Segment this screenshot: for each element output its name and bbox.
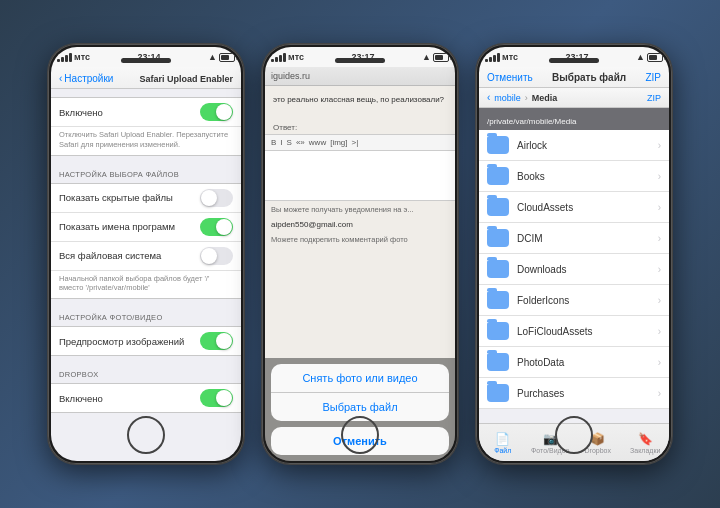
dropbox-enabled-row[interactable]: Включено: [51, 384, 241, 412]
carrier-text: мтс: [74, 52, 90, 62]
section-photo-header: НАСТРОЙКА ФОТО/ВИДЕО: [51, 305, 241, 326]
breadcrumb-bar: ‹ mobile › Media ZIP: [479, 88, 669, 108]
reply-text-area[interactable]: [265, 151, 455, 201]
nav-bar-1: ‹ Настройки Safari Upload Enabler: [51, 67, 241, 89]
list-item[interactable]: Books ›: [479, 161, 669, 192]
bold-btn[interactable]: B: [271, 138, 276, 147]
file-name-books: Books: [517, 171, 658, 182]
list-item[interactable]: FolderIcons ›: [479, 285, 669, 316]
folder-icon: [487, 198, 509, 216]
folder-icon: [487, 384, 509, 402]
dropbox-toggle[interactable]: [200, 389, 233, 407]
action-options-group: Снять фото или видео Выбрать файл: [271, 364, 449, 421]
settings-screen: Включено Отключить Safari Upload Enabler…: [51, 89, 241, 461]
show-hidden-row[interactable]: Показать скрытые файлы: [51, 184, 241, 213]
show-app-names-label: Показать имена программ: [59, 221, 175, 232]
list-item[interactable]: Downloads ›: [479, 254, 669, 285]
battery-icon: [219, 53, 235, 62]
signal-icon: [57, 53, 72, 62]
time-text: 23:14: [138, 52, 161, 62]
path-bar: /private/var/mobile/Media: [479, 108, 669, 130]
enabled-row[interactable]: Включено: [51, 98, 241, 127]
action-sheet: Снять фото или видео Выбрать файл Отмени…: [265, 358, 455, 461]
folder-icon: [487, 322, 509, 340]
take-photo-button[interactable]: Снять фото или видео: [271, 364, 449, 393]
status-bar-2: мтс 23:17 ▲: [265, 47, 455, 67]
breadcrumb-media: Media: [532, 93, 558, 103]
folder-icon: [487, 260, 509, 278]
file-name-cloudassets: CloudAssets: [517, 202, 658, 213]
list-item[interactable]: Airlock ›: [479, 130, 669, 161]
strike-btn[interactable]: S: [287, 138, 292, 147]
list-item[interactable]: CloudAssets ›: [479, 192, 669, 223]
bottom-tab-bar: 📄 Файл 📷 Фото/Видео 📦 Dropbox 🔖 Закладки: [479, 423, 669, 461]
list-item[interactable]: Purchases ›: [479, 378, 669, 409]
tab-files[interactable]: 📄 Файл: [479, 432, 527, 454]
dropbox-tab-label: Dropbox: [585, 447, 611, 454]
cancel-button[interactable]: Отменить: [271, 427, 449, 455]
nav-bar-2: iguides.ru: [265, 67, 455, 86]
picker-title: Выбрать файл: [552, 72, 626, 83]
file-name-loficloud: LoFiCloudAssets: [517, 326, 658, 337]
tab-bookmarks[interactable]: 🔖 Закладки: [622, 432, 670, 454]
list-item[interactable]: LoFiCloudAssets ›: [479, 316, 669, 347]
choose-file-button[interactable]: Выбрать файл: [271, 393, 449, 421]
folder-icon: [487, 353, 509, 371]
show-hidden-toggle[interactable]: [200, 189, 233, 207]
back-button[interactable]: ‹ Настройки: [59, 73, 113, 84]
list-item[interactable]: PhotoData ›: [479, 347, 669, 378]
bookmarks-tab-icon: 🔖: [638, 432, 653, 446]
chevron-right-icon: ›: [658, 140, 661, 151]
preview-label: Предпросмотр изображений: [59, 336, 184, 347]
align-btn[interactable]: >|: [352, 138, 359, 147]
wifi-icon-3: ▲: [636, 52, 645, 62]
chevron-right-icon: ›: [658, 171, 661, 182]
quote-btn[interactable]: «»: [296, 138, 305, 147]
fs-desc: Начальной папкой выбора файлов будет '/'…: [51, 271, 241, 299]
file-name-dcim: DCIM: [517, 233, 658, 244]
forum-toolbar: B I S «» www [img] >|: [265, 134, 455, 151]
files-tab-icon: 📄: [495, 432, 510, 446]
carrier-text-2: мтс: [288, 52, 304, 62]
breadcrumb-mobile[interactable]: mobile: [494, 93, 521, 103]
folder-icon: [487, 229, 509, 247]
list-item[interactable]: DCIM ›: [479, 223, 669, 254]
img-btn[interactable]: [img]: [330, 138, 347, 147]
carrier-text-3: мтс: [502, 52, 518, 62]
wifi-icon-2: ▲: [422, 52, 431, 62]
link-btn[interactable]: www: [309, 138, 326, 147]
preview-toggle[interactable]: [200, 332, 233, 350]
full-fs-row[interactable]: Вся файловая система: [51, 242, 241, 271]
files-tab-label: Файл: [494, 447, 511, 454]
phone-3: мтс 23:17 ▲ Отменить Выбрать файл ZIP ‹ …: [476, 44, 672, 464]
file-name-purchases: Purchases: [517, 388, 658, 399]
folder-icon: [487, 167, 509, 185]
section-dropbox-header: DROPBOX: [51, 362, 241, 383]
preview-row[interactable]: Предпросмотр изображений: [51, 327, 241, 355]
cancel-nav-button[interactable]: Отменить: [487, 72, 533, 83]
nav-title: Safari Upload Enabler: [113, 74, 233, 84]
photo-hint: Можете подкрепить комментарий фото: [265, 231, 455, 248]
email-display: aipden550@gmail.com: [265, 218, 455, 231]
dropbox-tab-icon: 📦: [590, 432, 605, 446]
italic-btn[interactable]: I: [280, 138, 282, 147]
nav-bar-3: Отменить Выбрать файл ZIP: [479, 67, 669, 88]
chevron-right-icon: ›: [658, 264, 661, 275]
show-app-names-toggle[interactable]: [200, 218, 233, 236]
url-text: iguides.ru: [271, 71, 310, 81]
reply-label: Ответ:: [265, 119, 455, 134]
section-file-header: НАСТРОЙКА ВЫБОРА ФАЙЛОВ: [51, 162, 241, 183]
time-text-2: 23:17: [352, 52, 375, 62]
photos-tab-icon: 📷: [543, 432, 558, 446]
zip-btn-inline[interactable]: ZIP: [647, 93, 661, 103]
show-hidden-label: Показать скрытые файлы: [59, 192, 173, 203]
enabled-toggle[interactable]: [200, 103, 233, 121]
file-name-airlock: Airlock: [517, 140, 658, 151]
file-list: Airlock › Books › CloudAssets › DCIM ›: [479, 130, 669, 461]
show-app-names-row[interactable]: Показать имена программ: [51, 213, 241, 242]
zip-button[interactable]: ZIP: [645, 72, 661, 83]
tab-dropbox[interactable]: 📦 Dropbox: [574, 432, 622, 454]
tab-photos[interactable]: 📷 Фото/Видео: [527, 432, 575, 454]
forum-screen: это реально классная вещь, по реализовал…: [265, 86, 455, 461]
full-fs-toggle[interactable]: [200, 247, 233, 265]
